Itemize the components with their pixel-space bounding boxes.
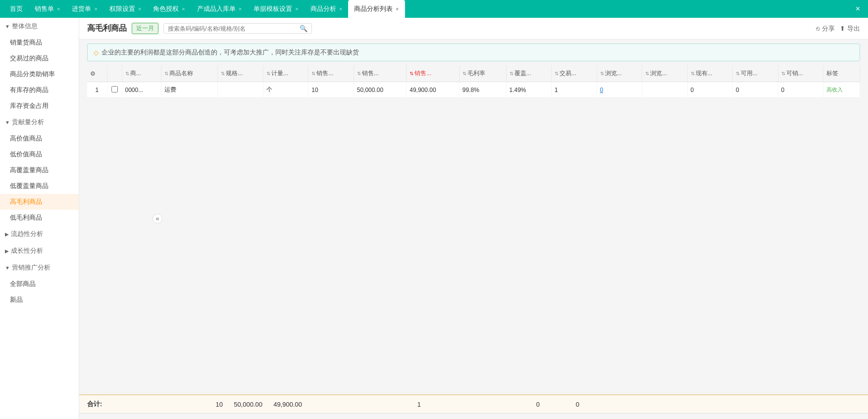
sidebar-collapse-btn[interactable]: « — [153, 214, 162, 224]
row-sales-amount: 50,000.00 — [354, 82, 407, 98]
search-icon[interactable]: 🔍 — [300, 25, 307, 32]
col-spec[interactable]: ⇅规格... — [218, 65, 263, 82]
sidebar-section-growth[interactable]: ▶ 成长性分析 — [0, 242, 79, 259]
row-stock-current: 0 — [687, 82, 733, 98]
sidebar-item-traded-goods[interactable]: 交易过的商品 — [0, 50, 79, 66]
sidebar-section-overall[interactable]: ▼ 整体信息 — [0, 18, 79, 35]
footer-cols: 10 50,000.00 49,900.00 1 0 0 — [186, 401, 582, 408]
footer-label: 合计: — [87, 400, 186, 409]
row-num: 1 — [87, 82, 107, 98]
main-layout: ▼ 整体信息 销量货商品 交易过的商品 商品分类助销率 有库存的商品 库存资金占… — [0, 18, 868, 419]
row-unit: 个 — [263, 82, 308, 98]
footer-sales-profit: 49,900.00 — [265, 401, 305, 408]
sidebar-item-low-margin[interactable]: 低毛利商品 — [0, 210, 79, 226]
sidebar-section-trend[interactable]: ▶ 流趋性分析 — [0, 226, 79, 242]
sidebar-section-marketing[interactable]: ▼ 营销推广分析 — [0, 259, 79, 276]
share-button[interactable]: ⎋ 分享 — [816, 24, 835, 33]
footer-view2 — [463, 401, 503, 408]
nav-home[interactable]: 首页 — [4, 0, 29, 18]
close-analysis-list-tab[interactable]: × — [396, 6, 399, 12]
col-gross-margin[interactable]: ⇅毛利率 — [459, 65, 506, 82]
info-banner: ◇ 企业的主要的利润都是这部分商品创造的，可考虑加大推广，同时关注库存是不要出现… — [87, 44, 860, 61]
row-trade: 1 — [552, 82, 597, 98]
arrow-marketing: ▼ — [5, 265, 10, 271]
row-spec — [218, 82, 263, 98]
row-name: 运费 — [161, 82, 218, 98]
col-settings[interactable]: ⚙ — [87, 65, 107, 82]
row-sales-qty: 10 — [308, 82, 354, 98]
nav-purchase[interactable]: 进货单 × — [66, 0, 103, 18]
content-header: 高毛利商品 近一月 🔍 ⎋ 分享 ⬆ 导出 — [79, 18, 868, 40]
col-stock-current[interactable]: ⇅现有... — [687, 65, 733, 82]
sidebar-item-instock-goods[interactable]: 有库存的商品 — [0, 82, 79, 98]
col-checkbox — [107, 65, 122, 82]
sidebar-item-new-goods[interactable]: 新品 — [0, 292, 79, 308]
sidebar-item-high-margin[interactable]: 高毛利商品 — [0, 194, 79, 210]
sidebar-item-low-coverage[interactable]: 低覆盖量商品 — [0, 178, 79, 194]
row-code: 0000... — [122, 82, 161, 98]
row-checkbox[interactable] — [107, 82, 122, 98]
sidebar-item-category-assist[interactable]: 商品分类助销率 — [0, 66, 79, 82]
col-stock-salable[interactable]: ⇅可销... — [778, 65, 823, 82]
col-name[interactable]: ⇅商品名称 — [161, 65, 218, 82]
info-icon: ◇ — [94, 49, 99, 56]
close-analysis-tab[interactable]: × — [339, 6, 342, 12]
sidebar-item-all-goods[interactable]: 全部商品 — [0, 276, 79, 292]
close-sales-tab[interactable]: × — [57, 6, 60, 12]
time-filter-button[interactable]: 近一月 — [132, 23, 158, 34]
col-view1[interactable]: ⇅浏览... — [597, 65, 642, 82]
nav-inbound[interactable]: 产成品入库单 × — [191, 0, 248, 18]
arrow-trend: ▶ — [5, 232, 9, 237]
col-unit[interactable]: ⇅计量... — [263, 65, 308, 82]
col-view2[interactable]: ⇅浏览... — [642, 65, 688, 82]
col-tag: 标签 — [823, 65, 860, 82]
arrow-overall: ▼ — [5, 24, 10, 29]
row-view1[interactable]: 0 — [597, 82, 642, 98]
sidebar-item-high-value[interactable]: 高价值商品 — [0, 131, 79, 146]
sidebar-item-high-coverage[interactable]: 高覆盖量商品 — [0, 162, 79, 178]
top-nav: 首页 销售单 × 进货单 × 权限设置 × 角色授权 × 产成品入库单 × 单据… — [0, 0, 868, 18]
page-title: 高毛利商品 — [87, 23, 127, 34]
nav-roles[interactable]: 角色授权 × — [147, 0, 191, 18]
export-icon: ⬆ — [840, 25, 845, 32]
sidebar-item-stock-capital[interactable]: 库存资金占用 — [0, 98, 79, 114]
close-roles-tab[interactable]: × — [182, 6, 185, 12]
arrow-contribution: ▼ — [5, 120, 10, 125]
footer-stock-current: 0 — [503, 401, 543, 408]
close-purchase-tab[interactable]: × — [94, 6, 97, 12]
nav-sales[interactable]: 销售单 × — [29, 0, 66, 18]
share-icon: ⎋ — [816, 25, 820, 32]
arrow-growth: ▶ — [5, 248, 9, 254]
nav-template[interactable]: 单据模板设置 × — [248, 0, 304, 18]
close-inbound-tab[interactable]: × — [239, 6, 242, 12]
sidebar-item-sales-goods[interactable]: 销量货商品 — [0, 35, 79, 50]
col-sales-profit[interactable]: ⇅销售... — [407, 65, 460, 82]
col-trade[interactable]: ⇅交易... — [552, 65, 597, 82]
search-input[interactable] — [168, 25, 300, 32]
nav-permissions[interactable]: 权限设置 × — [103, 0, 147, 18]
row-stock-available: 0 — [733, 82, 778, 98]
sidebar-wrapper: ▼ 整体信息 销量货商品 交易过的商品 商品分类助销率 有库存的商品 库存资金占… — [0, 18, 79, 419]
table-wrapper: ⚙ ⇅商... ⇅商品名称 ⇅规格... ⇅计量... ⇅销售... ⇅销售..… — [87, 65, 860, 394]
footer-sales-amount: 50,000.00 — [226, 401, 265, 408]
col-sales-qty[interactable]: ⇅销售... — [308, 65, 354, 82]
sidebar-section-contribution[interactable]: ▼ 贡献量分析 — [0, 114, 79, 131]
search-box: 🔍 — [163, 23, 312, 34]
window-close[interactable]: × — [852, 4, 864, 13]
nav-analysis-list[interactable]: 商品分析列表 × — [348, 0, 405, 18]
col-sales-amount[interactable]: ⇅销售... — [354, 65, 407, 82]
close-template-tab[interactable]: × — [295, 6, 298, 12]
sidebar-item-low-value[interactable]: 低价值商品 — [0, 146, 79, 162]
row-coverage: 1.49% — [506, 82, 552, 98]
bottom-scrollbar[interactable] — [79, 413, 868, 419]
export-button[interactable]: ⬆ 导出 — [840, 24, 860, 33]
sidebar: ▼ 整体信息 销量货商品 交易过的商品 商品分类助销率 有库存的商品 库存资金占… — [0, 18, 79, 419]
nav-analysis[interactable]: 商品分析 × — [305, 0, 348, 18]
col-coverage[interactable]: ⇅覆盖... — [506, 65, 552, 82]
close-permissions-tab[interactable]: × — [138, 6, 141, 12]
col-stock-available[interactable]: ⇅可用... — [733, 65, 778, 82]
col-code[interactable]: ⇅商... — [122, 65, 161, 82]
footer-stock-available: 0 — [543, 401, 582, 408]
table-row: 1 0000... 运费 个 10 50,000.00 49,900.00 99… — [87, 82, 860, 98]
footer-total: 合计: 10 50,000.00 49,900.00 1 0 0 — [79, 394, 868, 413]
